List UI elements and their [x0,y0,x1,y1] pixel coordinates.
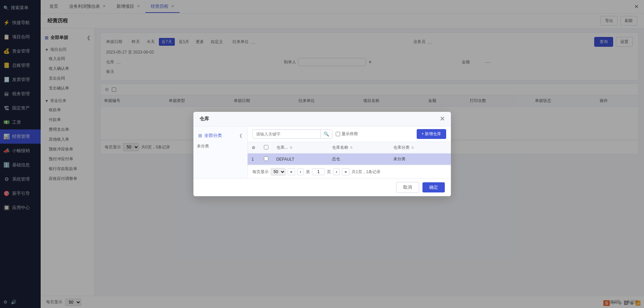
modal-search-input[interactable] [253,130,320,138]
modal-tree-unclassified-label: 未分类 [197,144,209,148]
modal-confirm-btn[interactable]: 确定 [422,182,445,192]
modal-col-code: 仓库... ⇅ [272,142,328,153]
modal-title: 仓库 [200,116,209,122]
modal-tree-all[interactable]: ⊞ 全部分类 ❮ [193,130,247,141]
modal-table-wrap: ⚙ 仓库... ⇅ 仓库名称 ⇅ [248,142,451,165]
search-icon: 🔍 [324,131,329,137]
modal-body: ⊞ 全部分类 ❮ 未分类 🔍 [193,126,451,178]
modal-next-page-btn[interactable]: › [333,168,340,175]
modal-prev-page-btn[interactable]: ‹ [297,168,304,175]
row-code: DEFAULT [272,153,328,165]
modal-page-size-label: 每页显示 [252,169,269,175]
modal-col-name: 仓库名称 ⇅ [328,142,389,153]
modal-header: 仓库 ✕ [193,112,451,126]
modal-col-gear: ⚙ [248,142,260,153]
show-disabled-checkbox[interactable] [336,132,340,136]
warehouse-modal: 仓库 ✕ ⊞ 全部分类 ❮ 未分类 [193,112,451,196]
modal-close-btn[interactable]: ✕ [440,116,445,122]
modal-table: ⚙ 仓库... ⇅ 仓库名称 ⇅ [248,142,451,165]
modal-search-btn[interactable]: 🔍 [320,130,332,138]
modal-cancel-btn[interactable]: 取消 [396,182,419,193]
sort-icon-category: ⇅ [411,146,414,149]
modal-page-end-label: 页 [327,169,331,175]
row-checkbox[interactable] [264,157,268,161]
modal-select-all[interactable] [264,145,268,149]
modal-show-disabled-label[interactable]: 显示停用 [336,131,358,137]
modal-first-page-btn[interactable]: « [288,168,295,175]
sort-icon-code: ⇅ [290,146,292,149]
modal-page-size-select[interactable]: 50 [271,168,286,176]
modal-tree-grid-icon: ⊞ [198,133,202,138]
modal-pagination: 每页显示 50 « ‹ 第 页 › » 共1页，1条记录 [248,165,451,178]
modal-page-label: 第 [306,169,310,175]
modal-last-page-btn[interactable]: » [342,168,350,175]
modal-overlay: 仓库 ✕ ⊞ 全部分类 ❮ 未分类 [0,0,644,308]
table-row[interactable]: 1 DEFAULT 总仓 未分类 [248,153,451,165]
modal-search-wrap: 🔍 [252,129,332,139]
modal-col-category: 仓库分类 ⇅ [389,142,451,153]
row-category: 未分类 [389,153,451,165]
row-name: 总仓 [328,153,389,165]
modal-add-btn[interactable]: + 新增仓库 [417,129,446,139]
modal-gear-icon[interactable]: ⚙ [252,145,255,150]
modal-page-input[interactable] [312,168,325,175]
modal-tree-all-label: 全部分类 [204,132,222,139]
modal-content-right: 🔍 显示停用 + 新增仓库 ⚙ [248,126,451,178]
modal-toolbar: 🔍 显示停用 + 新增仓库 [248,126,451,142]
modal-tree-collapse-icon[interactable]: ❮ [239,133,243,138]
modal-footer: 取消 确定 [193,178,451,196]
modal-total-label: 共1页，1条记录 [352,169,380,175]
row-checkbox-cell [260,153,272,165]
show-disabled-text: 显示停用 [341,131,358,137]
modal-tree: ⊞ 全部分类 ❮ 未分类 [193,126,248,178]
sort-icon-name: ⇅ [350,146,353,149]
modal-col-checkbox [260,142,272,153]
row-index: 1 [248,153,260,165]
modal-tree-unclassified[interactable]: 未分类 [193,141,247,151]
